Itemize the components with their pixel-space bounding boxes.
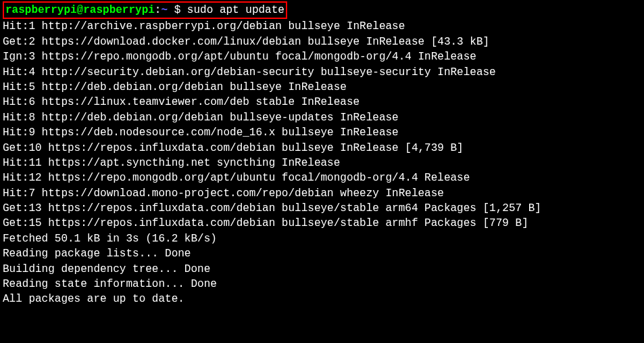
output-line: Hit:1 http://archive.raspberrypi.org/deb… bbox=[3, 19, 641, 34]
output-line: Hit:9 https://deb.nodesource.com/node_16… bbox=[3, 125, 641, 140]
separator: : bbox=[155, 4, 162, 16]
command-highlight: raspberrypi@raspberrypi:~ $ sudo apt upd… bbox=[3, 1, 287, 19]
path: ~ bbox=[161, 4, 168, 16]
dollar-sign: $ bbox=[168, 4, 180, 16]
output-line: Get:15 https://repos.influxdata.com/debi… bbox=[3, 216, 641, 231]
output-line: Get:13 https://repos.influxdata.com/debi… bbox=[3, 201, 641, 216]
output-line: Hit:5 http://deb.debian.org/debian bulls… bbox=[3, 80, 641, 95]
output-line: Hit:6 https://linux.teamviewer.com/deb s… bbox=[3, 95, 641, 110]
user-host: raspberrypi@raspberrypi bbox=[5, 4, 155, 16]
output-line: Reading package lists... Done bbox=[3, 246, 641, 261]
command-text: sudo apt update bbox=[180, 4, 284, 16]
output-line: All packages are up to date. bbox=[3, 292, 641, 306]
output-line: Hit:4 http://security.debian.org/debian-… bbox=[3, 65, 641, 80]
prompt-line: raspberrypi@raspberrypi:~ $ sudo apt upd… bbox=[3, 1, 641, 19]
output-line: Get:10 https://repos.influxdata.com/debi… bbox=[3, 141, 641, 156]
terminal-output: Hit:1 http://archive.raspberrypi.org/deb… bbox=[3, 19, 641, 306]
output-line: Reading state information... Done bbox=[3, 277, 641, 292]
output-line: Hit:8 http://deb.debian.org/debian bulls… bbox=[3, 110, 641, 125]
output-line: Hit:7 https://download.mono-project.com/… bbox=[3, 186, 641, 201]
output-line: Hit:11 https://apt.syncthing.net syncthi… bbox=[3, 156, 641, 170]
output-line: Building dependency tree... Done bbox=[3, 262, 641, 277]
output-line: Ign:3 https://repo.mongodb.org/apt/ubunt… bbox=[3, 49, 641, 64]
output-line: Hit:12 https://repo.mongodb.org/apt/ubun… bbox=[3, 170, 641, 185]
output-line: Fetched 50.1 kB in 3s (16.2 kB/s) bbox=[3, 231, 641, 246]
output-line: Get:2 https://download.docker.com/linux/… bbox=[3, 35, 641, 49]
terminal-window[interactable]: raspberrypi@raspberrypi:~ $ sudo apt upd… bbox=[3, 1, 641, 307]
